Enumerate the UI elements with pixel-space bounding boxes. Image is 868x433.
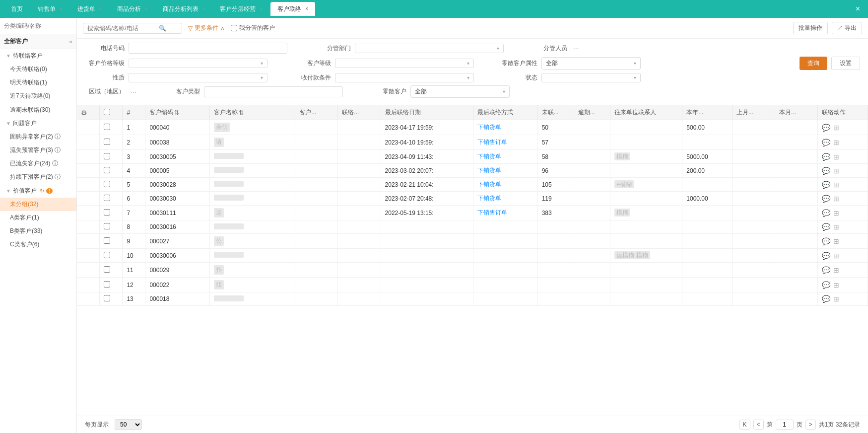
tab-customer-contact[interactable]: 客户联络 ×	[270, 2, 315, 16]
my-customers-checkbox[interactable]	[231, 25, 237, 31]
row-checkbox[interactable]	[104, 237, 110, 244]
select-all-checkbox[interactable]	[104, 109, 110, 115]
row-checkbox[interactable]	[104, 124, 110, 130]
col-checkbox[interactable]	[100, 105, 123, 120]
tab-goods-analysis-close[interactable]: ×	[145, 2, 148, 16]
tab-purchase[interactable]: 进货单 ×	[70, 2, 109, 16]
next-page-button[interactable]: >	[805, 420, 816, 430]
first-page-button[interactable]: K	[739, 420, 750, 430]
refresh-icon[interactable]: ↻	[40, 188, 44, 194]
row-checkbox[interactable]	[104, 181, 110, 187]
row-checkbox[interactable]	[104, 281, 110, 288]
cell-checkbox[interactable]	[100, 178, 123, 192]
settings-icon[interactable]: ⚙	[81, 109, 87, 117]
cell-checkbox[interactable]	[100, 164, 123, 178]
tab-purchase-close[interactable]: ×	[99, 2, 102, 16]
sidebar-item-decreasing[interactable]: 持续下滑客户(2) ⓘ	[0, 170, 76, 184]
sidebar-item-tomorrow[interactable]: 明天待联络(1)	[0, 76, 76, 89]
row-checkbox[interactable]	[104, 167, 110, 173]
row-checkbox[interactable]	[104, 139, 110, 145]
all-customers-collapse-icon[interactable]: «	[69, 38, 72, 45]
tab-customer-segment[interactable]: 客户分层经营 ×	[213, 2, 269, 16]
payment-select[interactable]: ▾	[335, 73, 474, 82]
phone-input[interactable]	[129, 43, 287, 54]
cell-checkbox[interactable]	[100, 120, 123, 135]
sidebar-item-abnormal[interactable]: 固购异常客户(2) ⓘ	[0, 130, 76, 144]
tab-goods-analysis[interactable]: 商品分析 ×	[110, 2, 155, 16]
col-code[interactable]: 客户编码 ⇅	[145, 105, 209, 120]
search-submit-icon[interactable]: 🔍	[159, 25, 166, 32]
export-button[interactable]: ↗ 导出	[832, 22, 862, 34]
row-checkbox[interactable]	[104, 252, 110, 258]
last-contact-method-link[interactable]: 下销货单	[477, 181, 501, 188]
contact-action-grid[interactable]: ⊞	[833, 195, 839, 203]
contact-action-grid[interactable]: ⊞	[833, 281, 839, 289]
customer-type-input[interactable]	[204, 86, 343, 97]
sidebar-search-input[interactable]	[4, 22, 77, 29]
contact-action-chat[interactable]: 💬	[822, 139, 830, 146]
contact-action-chat[interactable]: 💬	[822, 181, 830, 189]
contact-action-grid[interactable]: ⊞	[833, 237, 839, 245]
col-settings[interactable]: ⚙	[77, 105, 100, 120]
last-contact-method-link[interactable]: 下销货单	[477, 195, 501, 202]
contact-action-chat[interactable]: 💬	[822, 252, 830, 260]
value-customers-group[interactable]: ▼ 价值客户 ↻ !	[0, 184, 76, 198]
all-customers-header[interactable]: 全部客户 «	[0, 34, 76, 49]
contact-action-chat[interactable]: 💬	[822, 209, 830, 217]
contact-action-grid[interactable]: ⊞	[833, 167, 839, 175]
tab-customer-segment-close[interactable]: ×	[260, 2, 263, 16]
row-checkbox[interactable]	[104, 209, 110, 216]
last-contact-method-link[interactable]: 下销货单	[477, 167, 501, 174]
last-contact-method-link[interactable]: 下销货单	[477, 153, 501, 160]
sidebar-item-a-class[interactable]: A类客户(1)	[0, 211, 76, 224]
contact-action-chat[interactable]: 💬	[822, 124, 830, 132]
sidebar-item-today[interactable]: 今天待联络(0)	[0, 63, 76, 76]
sidebar-item-overdue[interactable]: 逾期未联络(30)	[0, 103, 76, 117]
scatter-customer-select[interactable]: 全部 ▾	[410, 85, 510, 98]
scatter-attr-select[interactable]: 全部 ▾	[541, 57, 641, 70]
contact-action-grid[interactable]: ⊞	[833, 209, 839, 217]
manager-dots[interactable]: ···	[573, 44, 579, 52]
tab-goods-analysis-list[interactable]: 商品分析列表 ×	[156, 2, 212, 16]
contact-action-grid[interactable]: ⊞	[833, 181, 839, 189]
sidebar-item-b-class[interactable]: B类客户(33)	[0, 224, 76, 238]
row-checkbox[interactable]	[104, 223, 110, 229]
status-select[interactable]: ▾	[541, 73, 641, 82]
tab-customer-contact-close[interactable]: ×	[305, 2, 308, 16]
row-checkbox[interactable]	[104, 153, 110, 159]
sidebar-item-week[interactable]: 近7天待联络(0)	[0, 89, 76, 103]
contact-action-chat[interactable]: 💬	[822, 223, 830, 231]
search-box[interactable]: 🔍	[83, 23, 182, 34]
region-dots[interactable]: ···	[131, 88, 136, 96]
query-button[interactable]: 查询	[800, 57, 827, 70]
contact-action-chat[interactable]: 💬	[822, 195, 830, 203]
cell-checkbox[interactable]	[100, 278, 123, 292]
contact-action-grid[interactable]: ⊞	[833, 153, 839, 161]
sidebar-item-lost[interactable]: 已流失客户(24) ⓘ	[0, 157, 76, 170]
contact-action-chat[interactable]: 💬	[822, 281, 830, 289]
cell-checkbox[interactable]	[100, 263, 123, 278]
tab-sales[interactable]: 销售单 ×	[31, 2, 69, 16]
col-name[interactable]: 客户名称 ⇅	[209, 105, 295, 120]
contact-action-grid[interactable]: ⊞	[833, 266, 839, 274]
cell-checkbox[interactable]	[100, 249, 123, 263]
prev-page-button[interactable]: <	[753, 420, 764, 430]
contact-action-chat[interactable]: 💬	[822, 295, 830, 303]
contact-action-grid[interactable]: ⊞	[833, 223, 839, 231]
window-close-button[interactable]: ×	[852, 4, 864, 13]
contact-action-chat[interactable]: 💬	[822, 266, 830, 274]
price-level-select[interactable]: ▾	[129, 59, 267, 68]
page-size-select[interactable]: 50 100 200	[115, 419, 142, 430]
contact-action-grid[interactable]: ⊞	[833, 295, 839, 303]
last-contact-method-link[interactable]: 下销售订单	[477, 139, 507, 145]
tab-home[interactable]: 首页	[4, 2, 30, 16]
customer-level-select[interactable]: ▾	[335, 59, 474, 68]
cell-checkbox[interactable]	[100, 234, 123, 249]
row-checkbox[interactable]	[104, 295, 110, 301]
search-input[interactable]	[87, 25, 157, 32]
sidebar-item-c-class[interactable]: C类客户(6)	[0, 238, 76, 251]
row-checkbox[interactable]	[104, 266, 110, 273]
dept-select[interactable]: ▾	[355, 44, 504, 53]
row-checkbox[interactable]	[104, 195, 110, 201]
contact-action-chat[interactable]: 💬	[822, 153, 830, 161]
